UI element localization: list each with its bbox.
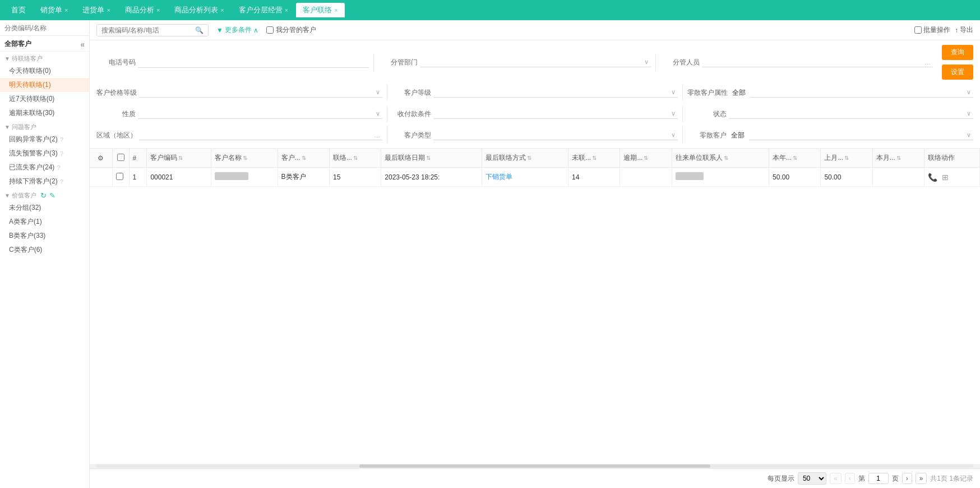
- filter-status-select[interactable]: ∨: [729, 109, 973, 119]
- value-refresh-icon[interactable]: ↻: [40, 191, 47, 200]
- action-phone-icon[interactable]: 📞: [928, 173, 937, 182]
- nav-sales-order-close[interactable]: ×: [64, 7, 68, 13]
- th-checkbox[interactable]: [112, 149, 129, 168]
- sidebar-item-unclassified[interactable]: 未分组(32): [0, 201, 89, 215]
- action-icons: 📞 ⊞: [928, 173, 976, 182]
- page-input[interactable]: [868, 473, 889, 484]
- select-all-checkbox[interactable]: [117, 154, 124, 161]
- export-btn[interactable]: ↑ 导出: [955, 25, 973, 35]
- nav-customer-contact[interactable]: 客户联络 ×: [296, 3, 344, 17]
- per-page-select[interactable]: 50 100: [798, 472, 826, 485]
- th-this-year[interactable]: 本年...⇅: [769, 149, 821, 168]
- filter-price-level-select[interactable]: ∨: [139, 88, 382, 98]
- action-grid-icon[interactable]: ⊞: [942, 173, 949, 182]
- th-this-month[interactable]: 本月...⇅: [872, 149, 924, 168]
- nav-customer-segmentation[interactable]: 客户分层经营 ×: [232, 3, 295, 17]
- value-edit-icon[interactable]: ✎: [49, 191, 56, 200]
- filter-phone-input[interactable]: [138, 57, 369, 68]
- th-not-contacted[interactable]: 未联...⇅: [568, 149, 620, 168]
- filter-payment-select[interactable]: ∨: [433, 109, 678, 119]
- nav-product-analysis-list[interactable]: 商品分析列表 ×: [168, 3, 230, 17]
- filter-dept-chevron: ∨: [644, 58, 649, 66]
- sort-contact-person-icon: ⇅: [724, 155, 728, 161]
- th-this-year-label: 本年...: [773, 153, 792, 163]
- last-page-btn[interactable]: »: [916, 473, 927, 484]
- main-search-input[interactable]: [101, 26, 193, 34]
- filter-customer-level-chevron: ∨: [671, 89, 676, 96]
- sidebar-item-class-a-label: A类客户(1): [9, 217, 42, 227]
- filter-customer-level-select[interactable]: ∨: [433, 88, 678, 98]
- nav-purchase-order[interactable]: 进货单 ×: [76, 3, 117, 17]
- sidebar-item-class-a[interactable]: A类客户(1): [0, 215, 89, 229]
- nav-sales-order[interactable]: 销货单 ×: [34, 3, 75, 17]
- filter-region-select[interactable]: …: [139, 131, 382, 140]
- sidebar-search-input[interactable]: [4, 24, 89, 32]
- filter-nature-select[interactable]: ∨: [138, 109, 382, 119]
- filter-retail-attr-select[interactable]: ∨: [750, 88, 973, 98]
- divider-4: [682, 84, 683, 101]
- scrollbar-track[interactable]: [96, 464, 973, 468]
- filter-dept-label: 分管部门: [378, 58, 418, 67]
- row-last-method-link[interactable]: 下销货单: [486, 173, 512, 181]
- my-customers-check[interactable]: 我分管的客户: [266, 25, 316, 35]
- sidebar-item-declining[interactable]: 持续下滑客户(2) ?: [0, 174, 89, 188]
- export-label: 导出: [960, 25, 973, 35]
- th-overdue[interactable]: 逾期...⇅: [620, 149, 672, 168]
- sidebar-item-class-c[interactable]: C类客户(6): [0, 243, 89, 257]
- nav-customer-contact-close[interactable]: ×: [334, 7, 338, 13]
- nav-product-analysis-close[interactable]: ×: [156, 7, 160, 13]
- sidebar-item-tomorrow[interactable]: 明天待联络(1): [0, 78, 89, 92]
- th-gear[interactable]: ⚙: [90, 149, 112, 168]
- th-contacts[interactable]: 联络...⇅: [329, 149, 381, 168]
- th-last-date[interactable]: 最后联络日期⇅: [381, 149, 482, 168]
- help-icon-3[interactable]: ?: [57, 164, 60, 171]
- collapse-sidebar-btn[interactable]: «: [80, 40, 85, 49]
- sidebar-item-repurchase-anomaly[interactable]: 回购异常客户(2) ?: [0, 132, 89, 146]
- filter-payment-label: 收付款条件: [392, 109, 431, 119]
- th-code[interactable]: 客户编码⇅: [147, 149, 211, 168]
- main-search-icon[interactable]: 🔍: [195, 26, 204, 34]
- td-checkbox[interactable]: [112, 168, 129, 187]
- td-index: 1: [129, 168, 147, 187]
- nav-customer-segmentation-close[interactable]: ×: [285, 7, 288, 13]
- sidebar-item-today[interactable]: 今天待联络(0): [0, 64, 89, 78]
- sidebar-item-overdue[interactable]: 逾期未联络(30): [0, 106, 89, 120]
- help-icon-1[interactable]: ?: [60, 136, 63, 143]
- th-last-method[interactable]: 最后联络方式⇅: [482, 149, 568, 168]
- filter-dept-select[interactable]: ∨: [420, 57, 651, 67]
- th-contact-person[interactable]: 往来单位联系人⇅: [672, 149, 769, 168]
- sidebar-item-class-b[interactable]: B类客户(33): [0, 229, 89, 243]
- filter-customer-type-label: 客户类型: [392, 131, 431, 140]
- nav-purchase-order-close[interactable]: ×: [107, 7, 110, 13]
- row-checkbox[interactable]: [116, 173, 123, 180]
- sidebar-item-7days[interactable]: 近7天待联络(0): [0, 92, 89, 106]
- help-icon-4[interactable]: ?: [60, 178, 63, 185]
- table-header-row: ⚙ # 客户编码⇅ 客户名称⇅ 客户...⇅ 联络...: [90, 149, 980, 168]
- scrollbar-thumb[interactable]: [359, 464, 710, 468]
- my-customers-checkbox[interactable]: [266, 26, 274, 34]
- all-customers-title[interactable]: 全部客户 «: [0, 36, 89, 52]
- sidebar-item-churned[interactable]: 已流失客户(24) ?: [0, 160, 89, 174]
- th-last-month[interactable]: 上月...⇅: [821, 149, 872, 168]
- more-filter-btn[interactable]: ▼ 更多条件 ∧: [213, 24, 262, 36]
- batch-op-btn[interactable]: 批量操作: [914, 25, 950, 35]
- nav-product-analysis[interactable]: 商品分析 ×: [118, 3, 167, 17]
- first-page-btn[interactable]: «: [830, 473, 842, 484]
- batch-op-checkbox[interactable]: [914, 26, 922, 34]
- th-this-month-label: 本月...: [876, 153, 895, 163]
- nav-product-analysis-list-close[interactable]: ×: [220, 7, 224, 13]
- filter-retail-customer-select[interactable]: ∨: [749, 130, 973, 140]
- settings-btn[interactable]: 设置: [942, 65, 973, 80]
- nav-home[interactable]: 首页: [4, 3, 33, 17]
- query-btn[interactable]: 查询: [942, 45, 973, 60]
- th-type[interactable]: 客户...⇅: [278, 149, 329, 168]
- filter-customer-type-select[interactable]: ∨: [433, 130, 678, 140]
- prev-page-btn[interactable]: ‹: [845, 473, 855, 484]
- main-search-box: 🔍: [96, 24, 209, 36]
- help-icon-2[interactable]: ?: [60, 150, 63, 157]
- th-name[interactable]: 客户名称⇅: [211, 149, 278, 168]
- filter-manager-select[interactable]: …: [702, 58, 933, 67]
- next-page-btn[interactable]: ›: [902, 473, 912, 484]
- sidebar: 🔍 全部客户 « ▼ 待联络客户 今天待联络(0) 明天待联络(1) 近7天待联…: [0, 20, 90, 488]
- sidebar-item-churn-warning[interactable]: 流失预警客户(3) ?: [0, 146, 89, 160]
